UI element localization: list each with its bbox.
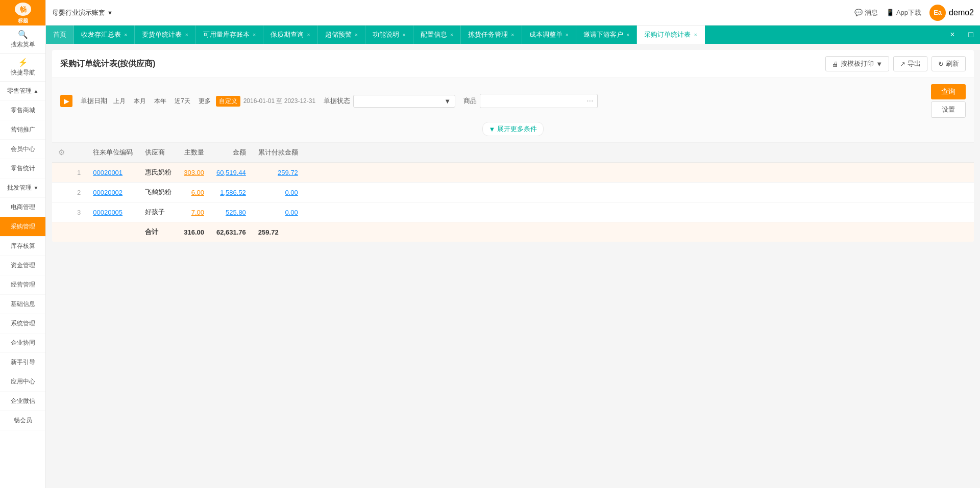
- app-download-btn[interactable]: 📱 App下载: [886, 8, 921, 17]
- tab-overstock-alert[interactable]: 超储预警 ×: [318, 25, 365, 44]
- invite-downstream-label: 邀请下游客户: [583, 30, 623, 39]
- row3-amount[interactable]: 525.80: [210, 202, 252, 222]
- date-custom[interactable]: 自定义: [216, 96, 240, 107]
- top-bar: 母婴行业演示账套 ▼ 💬 消息 📱 App下载 Ea demo2: [46, 0, 980, 25]
- row3-quantity[interactable]: 7.00: [178, 202, 210, 222]
- sidebar-item-system[interactable]: 系统管理: [0, 314, 45, 333]
- page-body: 采购订单统计表(按供应商) 🖨 按模板打印 ▼ ↗ 导出 ↻ 刷新: [46, 44, 980, 488]
- col-extra: [304, 143, 974, 163]
- footer-code: [87, 222, 139, 242]
- receipt-summary-label: 收发存汇总表: [81, 30, 121, 39]
- search-icon: 🔍: [18, 30, 28, 39]
- date-more[interactable]: 更多: [195, 96, 214, 107]
- row1-paid[interactable]: 259.72: [252, 163, 304, 183]
- filter-toggle-btn[interactable]: ▶: [60, 95, 72, 107]
- sidebar-item-corp[interactable]: 企业协同: [0, 333, 45, 353]
- close-overstock-alert-icon[interactable]: ×: [355, 32, 358, 38]
- sidebar-item-purchase[interactable]: 采购管理: [0, 217, 45, 237]
- date-filter-label: 单据日期: [81, 96, 107, 106]
- tab-picking-task[interactable]: 拣货任务管理 ×: [461, 25, 522, 44]
- close-func-desc-icon[interactable]: ×: [402, 32, 405, 38]
- tab-config-info[interactable]: 配置信息 ×: [413, 25, 461, 44]
- print-dropdown-icon: ▼: [876, 60, 883, 68]
- sidebar-item-operations[interactable]: 经营管理: [0, 275, 45, 295]
- close-config-info-icon[interactable]: ×: [450, 32, 453, 38]
- sidebar-item-retail-mall[interactable]: 零售商城: [0, 101, 45, 120]
- close-cost-adjust-icon[interactable]: ×: [566, 32, 569, 38]
- row2-quantity[interactable]: 6.00: [178, 183, 210, 202]
- sidebar-item-app-center[interactable]: 应用中心: [0, 372, 45, 392]
- close-invite-downstream-icon[interactable]: ×: [626, 32, 629, 38]
- user-area[interactable]: Ea demo2: [929, 5, 974, 21]
- sidebar-item-retail[interactable]: 零售管理 ▲: [0, 82, 45, 101]
- tab-cost-adjust[interactable]: 成本调整单 ×: [522, 25, 576, 44]
- tab-available-stock[interactable]: 可用量库存账本 ×: [196, 25, 263, 44]
- row1-amount[interactable]: 60,519.44: [210, 163, 252, 183]
- status-select[interactable]: ▼: [353, 95, 455, 108]
- goods-input-more-icon[interactable]: ···: [586, 96, 593, 106]
- date-this-month[interactable]: 本月: [131, 96, 149, 107]
- settings-icon[interactable]: ⚙: [58, 148, 65, 157]
- expand-more-btn[interactable]: ▼ 展开更多条件: [482, 122, 544, 136]
- close-goods-stat-icon[interactable]: ×: [185, 32, 188, 38]
- row2-code[interactable]: 00020002: [87, 183, 139, 202]
- tab-invite-downstream[interactable]: 邀请下游客户 ×: [576, 25, 637, 44]
- sidebar-item-member[interactable]: 会员中心: [0, 140, 45, 159]
- window-close-icon: ×: [950, 30, 954, 39]
- new-guide-label: 新手引导: [11, 358, 35, 367]
- breadcrumb-select[interactable]: 母婴行业演示账套 ▼: [52, 8, 113, 17]
- row3-paid[interactable]: 0.00: [252, 202, 304, 222]
- query-btns: 查询 设置: [931, 84, 966, 118]
- row1-code[interactable]: 00020001: [87, 163, 139, 183]
- sidebar-item-corp-wechat[interactable]: 企业微信: [0, 392, 45, 411]
- window-max-btn[interactable]: □: [962, 25, 980, 44]
- date-7days[interactable]: 近7天: [172, 96, 193, 107]
- sidebar-item-wholesale[interactable]: 批发管理 ▼: [0, 178, 45, 198]
- row3-code[interactable]: 00020005: [87, 202, 139, 222]
- footer-settings: [52, 222, 71, 242]
- config-info-label: 配置信息: [421, 30, 447, 39]
- breadcrumb: 母婴行业演示账套 ▼: [52, 8, 113, 17]
- sidebar-item-member2[interactable]: 畅会员: [0, 411, 45, 430]
- close-picking-task-icon[interactable]: ×: [511, 32, 514, 38]
- finance-label: 资金管理: [11, 261, 35, 270]
- tab-goods-stat[interactable]: 要货单统计表 ×: [135, 25, 195, 44]
- tab-home[interactable]: 首页: [46, 25, 74, 44]
- sidebar-item-new-guide[interactable]: 新手引导: [0, 353, 45, 372]
- tab-purchase-stat[interactable]: 采购订单统计表 ×: [637, 25, 704, 44]
- date-last-month[interactable]: 上月: [110, 96, 129, 107]
- sidebar-item-stock[interactable]: 库存核算: [0, 237, 45, 256]
- tab-func-desc[interactable]: 功能说明 ×: [365, 25, 413, 44]
- close-expiry-query-icon[interactable]: ×: [307, 32, 310, 38]
- close-available-stock-icon[interactable]: ×: [253, 32, 256, 38]
- setting-btn[interactable]: 设置: [931, 101, 966, 118]
- export-btn[interactable]: ↗ 导出: [893, 56, 927, 71]
- row3-seq: 3: [71, 202, 87, 222]
- wholesale-arrow-icon: ▼: [34, 185, 39, 191]
- username-label: demo2: [949, 8, 974, 17]
- row2-amount[interactable]: 1,586.52: [210, 183, 252, 202]
- sidebar-quick-label: 快捷导航: [11, 68, 35, 77]
- tab-expiry-query[interactable]: 保质期查询 ×: [263, 25, 317, 44]
- expand-more-row: ▼ 展开更多条件: [60, 122, 966, 136]
- sidebar-item-retail-stat[interactable]: 零售统计: [0, 159, 45, 178]
- close-receipt-summary-icon[interactable]: ×: [124, 32, 127, 38]
- row1-quantity[interactable]: 303.00: [178, 163, 210, 183]
- window-close-btn[interactable]: ×: [943, 25, 962, 44]
- message-btn[interactable]: 💬 消息: [854, 8, 878, 17]
- print-btn[interactable]: 🖨 按模板打印 ▼: [825, 56, 889, 71]
- close-purchase-stat-icon[interactable]: ×: [694, 32, 697, 38]
- date-this-year[interactable]: 本年: [151, 96, 169, 107]
- sidebar-item-finance[interactable]: 资金管理: [0, 256, 45, 275]
- sidebar-item-basic-info[interactable]: 基础信息: [0, 295, 45, 314]
- sidebar-item-marketing[interactable]: 营销推广: [0, 120, 45, 140]
- sidebar-item-quick-nav[interactable]: ⚡ 快捷导航: [0, 54, 45, 82]
- tab-receipt-summary[interactable]: 收发存汇总表 ×: [74, 25, 135, 44]
- refresh-btn[interactable]: ↻ 刷新: [932, 56, 966, 71]
- sidebar-item-ecommerce[interactable]: 电商管理: [0, 198, 45, 217]
- query-btn[interactable]: 查询: [931, 84, 966, 99]
- sidebar-item-search[interactable]: 🔍 搜索英单: [0, 25, 45, 54]
- row2-paid[interactable]: 0.00: [252, 183, 304, 202]
- goods-input[interactable]: ···: [480, 94, 598, 108]
- row2-supplier: 飞鹤奶粉: [139, 183, 178, 202]
